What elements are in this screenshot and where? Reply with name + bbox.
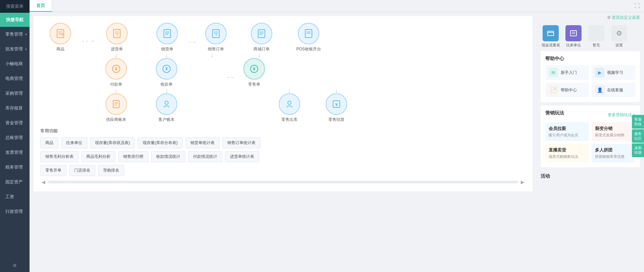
quick-icon-cashflow[interactable]: 现金流量表 [541,25,561,48]
marketing-item-member[interactable]: 会员拉新 吸引用户成为会员 [545,122,589,141]
flow-node-retail-settle[interactable]: ¥ 零售结算 [316,93,357,123]
payment-icon: ¥ [105,58,127,80]
sidebar-item-ledger[interactable]: 总账管理 [0,130,30,145]
sidebar-item-purchase[interactable]: 采购管理 [0,86,30,101]
flow-col-retail-settle: ¥ 零售结算 [316,93,357,123]
flow-node-purchase-order[interactable]: 商品 [40,23,81,52]
cashflow-icon-box [543,25,559,41]
flow-node-mall-order[interactable]: 商城订单 [241,23,282,52]
sidebar-item-invoice[interactable]: 发票管理 [0,145,30,160]
sidebar: 搜索菜单 快捷导航 零售管理 ▾ 批发管理 ▾ 小畅电商 电商管理 采购管理 库… [0,0,30,272]
units-icon-box [565,25,582,41]
help-grid: ✉ 新手入门 ▶ 视频学习 📄 帮助中心 👤 在线客服 [545,65,635,97]
down-arrow-7: ↓ [146,87,187,93]
flow-node-retail-out[interactable]: 零售出库 [269,93,310,123]
func-btn-profit-analysis[interactable]: 销售毛利分析表 [40,151,79,162]
scroll-right-button[interactable]: ▶ [519,179,526,185]
expand-button[interactable]: ⛶ [631,0,644,12]
func-btn-sales-rank[interactable]: 销售排行榜 [118,151,148,162]
right-sidebar: ⚙ 首页自定义设置 现金流量表 往来单位 暂 [537,12,644,272]
flow-col-supplier: 供应商账本 [96,93,136,123]
purchase-icon [106,23,128,44]
func-btn-payment-stat[interactable]: 付款情况统计 [188,151,222,162]
video-icon: ▶ [595,68,604,77]
customize-link[interactable]: ⚙ 首页自定义设置 [541,15,640,20]
sidebar-item-finance[interactable]: 资金管理 [0,116,30,130]
func-btn-store-rank[interactable]: 门店排名 [69,165,95,176]
func-btn-receipt-stat[interactable]: 收款情况统计 [151,151,185,162]
flow-col-receipt: ¥ 收款单 [146,58,187,87]
down-arrow-6: ↓ [96,87,136,93]
marketing-item-group[interactable]: 多人拼团 拼团购物享受优惠 [592,144,635,163]
down-arrow-4: ↓ [192,52,232,58]
float-btn-desktop[interactable]: 桌面快捷 [632,143,644,157]
sidebar-item-salary[interactable]: 工资 [0,189,30,204]
sidebar-nav-quick[interactable]: 快捷导航 [0,13,30,27]
sales-icon [156,23,178,44]
function-grid-1: 商品 往来单位 现存量(库存状况表) 现存量(库存分布表) 销货单统计表 销售订… [40,137,526,148]
flow-node-retail[interactable]: ¥ 零售单 [234,58,274,87]
quick-icon-none[interactable]: 暂无 [586,25,606,48]
retail-settle-icon: ¥ [326,93,347,115]
help-icon-box: 📄 [549,85,558,95]
sidebar-item-wholesale[interactable]: 批发管理 ▾ [0,42,30,56]
func-btn-units[interactable]: 往来单位 [61,137,87,148]
sidebar-item-admin[interactable]: 行政管理 [0,204,30,219]
func-btn-guide-rank[interactable]: 导购排名 [98,165,124,176]
help-item-video[interactable]: ▶ 视频学习 [592,65,635,80]
func-btn-order-stat[interactable]: 销售订单统计表 [222,137,261,148]
help-item-beginner[interactable]: ✉ 新手入门 [545,65,589,80]
func-btn-stock-status[interactable]: 现存量(库存状况表) [90,137,135,148]
svg-rect-7 [164,30,171,38]
sidebar-item-assets[interactable]: 固定资产 [0,175,30,189]
activity-section: 活动 [541,171,640,181]
quick-icon-units[interactable]: 往来单位 [563,25,584,48]
quick-icon-settings[interactable]: ⚙ 设置 [609,25,629,48]
help-item-service[interactable]: 👤 在线客服 [592,83,635,97]
svg-text:¥: ¥ [165,66,168,72]
tab-home[interactable]: 首页 [30,0,52,12]
retail-out-icon [279,93,300,115]
svg-rect-27 [113,100,119,108]
help-center-title: 帮助中心 [545,56,635,62]
flow-col-5: 商城订单 [241,23,282,52]
sidebar-search[interactable]: 搜索菜单 [0,0,30,13]
flow-col-3: 销货单 [147,23,187,52]
sidebar-item-tax[interactable]: 税务管理 [0,160,30,175]
sidebar-item-xiaochang[interactable]: 小畅电商 [0,56,30,71]
marketing-more-link[interactable]: 更多营销玩法 > [608,112,635,118]
sidebar-item-inventory[interactable]: 库存核算 [0,101,30,116]
pos-icon [298,23,319,44]
flow-node-pos[interactable]: POS收银开台 [288,23,329,52]
float-btn-service[interactable]: 客服热线 [632,115,644,129]
flow-col-retail: ¥ 零售单 [234,58,274,87]
flow-node-customer-ledger[interactable]: 客户账本 [146,93,187,123]
func-btn-sales-stat[interactable]: 销货单统计表 [185,137,220,148]
flow-node-sales-order[interactable]: 销售订单 [196,23,236,52]
sidebar-item-ecommerce[interactable]: 电商管理 [0,71,30,86]
content-area: 商品 - - → 进货单 [30,12,644,272]
func-btn-goods-profit[interactable]: 商品毛利分析 [81,151,116,162]
sidebar-settings[interactable]: ⚙ [0,259,30,272]
marketing-item-fission[interactable]: 裂变分销 裂变式发展分销商 [592,122,635,141]
flow-col-1: 商品 [40,23,81,52]
func-btn-stock-dist[interactable]: 现存量(库存分布表) [138,137,183,148]
flow-node-payment[interactable]: ¥ 付款单 [96,58,136,87]
marketing-item-live[interactable]: 直播卖货 场景式购物新玩法 [545,144,589,163]
func-btn-goods[interactable]: 商品 [40,137,58,148]
flow-node-supplier-ledger[interactable]: 供应商账本 [96,93,136,123]
sidebar-item-retail[interactable]: 零售管理 ▾ [0,27,30,42]
func-btn-purchase-stat[interactable]: 进货单统计表 [225,151,259,162]
func-btn-retail-order[interactable]: 零售开单 [40,165,66,176]
flow-node-sales[interactable]: 销货单 [147,23,187,52]
common-functions-title: 常用功能 [40,128,526,134]
flow-node-purchase[interactable]: 进货单 [97,23,137,52]
float-btn-community[interactable]: 服务社区 [632,129,644,143]
flow-col-retail-out: 零售出库 [269,93,310,123]
scroll-track[interactable] [48,181,518,183]
svg-rect-4 [113,30,120,38]
help-item-help[interactable]: 📄 帮助中心 [545,83,589,97]
scroll-left-button[interactable]: ◀ [40,179,47,185]
svg-rect-18 [305,30,312,38]
flow-node-receipt[interactable]: ¥ 收款单 [146,58,187,87]
